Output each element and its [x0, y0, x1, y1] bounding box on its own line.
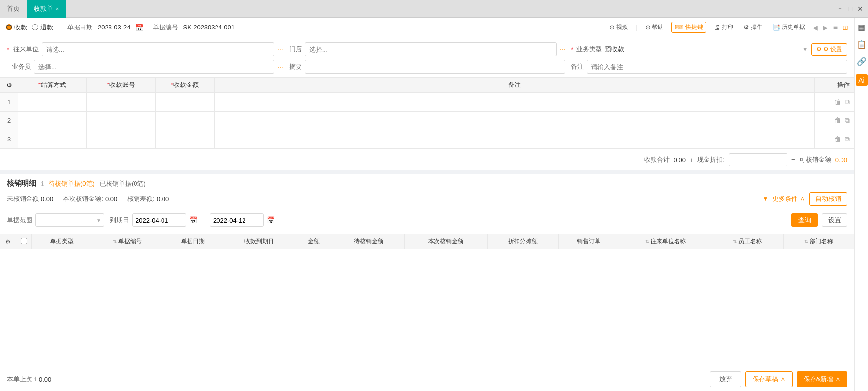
video-btn[interactable]: ⊙ 视频	[606, 22, 631, 33]
sidebar-attach-icon[interactable]: 🔗	[857, 57, 867, 66]
history-btn[interactable]: 📑 历史单据	[770, 22, 808, 32]
row-1-account[interactable]	[87, 93, 156, 112]
vtable-settings-icon[interactable]: ⚙	[5, 238, 11, 245]
abandon-btn[interactable]: 放弃	[710, 371, 741, 387]
minimize-icon[interactable]: －	[837, 4, 843, 13]
row-num-3: 3	[0, 130, 18, 149]
done-tab[interactable]: 已核销单据(0笔)	[100, 179, 146, 188]
date-to-input[interactable]	[210, 213, 264, 227]
tab-home-label: 首页	[7, 4, 20, 13]
nav-next-icon[interactable]: ▶	[823, 24, 828, 31]
radio-receipt[interactable]: 收款	[6, 23, 27, 32]
discount-label: 现金折扣:	[697, 155, 725, 164]
vcol-doc-date: 单据日期	[163, 234, 223, 249]
row-1-remark[interactable]	[215, 93, 815, 112]
counterpart-label: *	[7, 46, 9, 53]
row-2-remark[interactable]	[215, 112, 815, 130]
row-2-copy-icon[interactable]: ⧉	[845, 116, 850, 124]
verify-info-icon[interactable]: ℹ	[41, 180, 44, 187]
table-settings-icon[interactable]: ⚙	[6, 82, 12, 89]
row-1-amount[interactable]	[156, 93, 215, 112]
row-2-settlement[interactable]	[18, 112, 87, 130]
sidebar-table-icon[interactable]: ▦	[858, 23, 865, 32]
remark-input[interactable]	[587, 60, 847, 74]
draft-btn[interactable]: 保存草稿 ∧	[745, 371, 793, 387]
sidebar-book-icon[interactable]: 📋	[857, 40, 867, 49]
sidebar-template-icon[interactable]: Ai	[856, 74, 868, 86]
list-view-icon[interactable]: ≡	[833, 23, 838, 32]
store-input[interactable]	[305, 42, 557, 56]
maximize-icon[interactable]: □	[848, 5, 852, 13]
calendar-to-icon[interactable]: 📅	[267, 216, 275, 224]
more-conditions-btn[interactable]: 更多条件 ∧	[772, 195, 805, 203]
row-2-amount[interactable]	[156, 112, 215, 130]
due-date-label: 到期日	[110, 216, 129, 224]
discount-input[interactable]	[729, 153, 787, 166]
video-icon: ⊙	[609, 24, 615, 31]
row-3-settlement[interactable]	[18, 130, 87, 149]
counterpart-more-icon[interactable]: ···	[277, 45, 283, 53]
row-2-delete-icon[interactable]: 🗑	[834, 116, 841, 124]
row-3-remark[interactable]	[215, 130, 815, 149]
col-remark: 备注	[215, 78, 815, 93]
range-label: 单据范围	[7, 216, 32, 224]
summary-input[interactable]	[305, 60, 566, 74]
doc-no-value: SK-20230324-001	[183, 24, 235, 31]
settings-button[interactable]: ⚙ ⚙ 设置	[811, 43, 847, 56]
date-from-input[interactable]	[132, 213, 186, 227]
save-new-btn[interactable]: 保存&新增 ∧	[797, 371, 847, 387]
row-3-copy-icon[interactable]: ⧉	[845, 135, 850, 143]
select-all-checkbox[interactable]	[21, 238, 27, 244]
vcol-checkbox[interactable]	[16, 234, 32, 249]
calendar-icon[interactable]: 📅	[136, 24, 144, 31]
tab-close-icon[interactable]: ×	[56, 6, 59, 12]
auto-verify-btn[interactable]: 自动核销	[809, 192, 847, 206]
diff-label: 核销差额:	[127, 195, 155, 203]
bottom-info-label: 本单上次	[7, 375, 32, 384]
print-btn[interactable]: 🖨 打印	[711, 22, 736, 32]
row-1-copy-icon[interactable]: ⧉	[845, 98, 850, 106]
row-1-settlement[interactable]	[18, 93, 87, 112]
refund-label: 退款	[40, 23, 53, 32]
radio-refund[interactable]: 退款	[32, 23, 53, 32]
range-select[interactable]	[35, 213, 104, 227]
tab-receipt[interactable]: 收款单 ×	[27, 0, 66, 18]
verify-setting-btn[interactable]: 设置	[822, 213, 847, 227]
row-2-account[interactable]	[87, 112, 156, 130]
bottom-info-value: 0.00	[39, 376, 51, 383]
bottom-info-icon[interactable]: ℹ	[34, 376, 37, 383]
row-3-account[interactable]	[87, 130, 156, 149]
col-amount: *收款金额	[156, 78, 215, 93]
row-1-delete-icon[interactable]: 🗑	[834, 98, 841, 106]
business-type-required: *	[571, 46, 573, 53]
remark-label: 备注	[571, 62, 584, 71]
help-btn[interactable]: ⊙ 帮助	[643, 22, 666, 32]
operation-btn[interactable]: ⚙ 操作	[741, 22, 765, 32]
tab-home[interactable]: 首页	[0, 0, 27, 18]
col-account: *收款账号	[87, 78, 156, 93]
vcol-current: 本次核销金额	[405, 234, 487, 249]
shortcut-icon: ⌨	[675, 24, 684, 31]
counterpart-input[interactable]	[42, 42, 274, 56]
calendar-from-icon[interactable]: 📅	[189, 216, 197, 224]
close-icon[interactable]: ✕	[857, 5, 863, 13]
available-label: 可核销金额	[799, 155, 831, 164]
row-3-delete-icon[interactable]: 🗑	[834, 135, 841, 143]
shortcut-btn[interactable]: ⌨ 快捷键	[671, 22, 706, 33]
vcol-discount: 折扣分摊额	[487, 234, 559, 249]
vcol-gear[interactable]: ⚙	[0, 234, 16, 249]
nav-prev-icon[interactable]: ◀	[813, 24, 818, 31]
row-3-amount[interactable]	[156, 130, 215, 149]
business-type-arrow[interactable]: ▼	[802, 46, 808, 53]
vcol-sales-order: 销售订单	[559, 234, 619, 249]
salesperson-more-icon[interactable]: ···	[277, 63, 283, 71]
query-btn[interactable]: 查询	[791, 213, 818, 227]
total-label: 收款合计	[644, 155, 670, 164]
pending-tab[interactable]: 待核销单据(0笔)	[49, 179, 95, 188]
doc-date-label: 单据日期	[67, 23, 93, 32]
doc-no-label: 单据编号	[153, 23, 178, 32]
grid-view-icon[interactable]: ⊞	[842, 24, 848, 31]
col-gear[interactable]: ⚙	[0, 78, 18, 93]
salesperson-input[interactable]	[34, 60, 274, 74]
store-more-icon[interactable]: ···	[560, 45, 566, 53]
